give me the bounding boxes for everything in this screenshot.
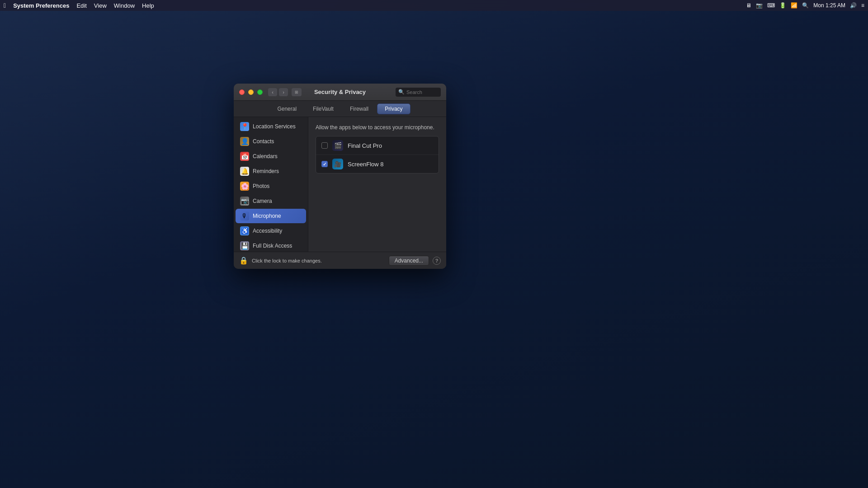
sidebar-label-photos: Photos	[253, 183, 269, 189]
menubar-menu-icon[interactable]: ≡	[861, 2, 864, 9]
menubar-keyboard-icon: ⌨	[767, 2, 775, 9]
tab-general[interactable]: General	[269, 103, 304, 114]
lock-icon: 🔒	[239, 256, 248, 265]
window-nav: ‹ › ⊞	[268, 88, 302, 96]
window-controls	[239, 89, 263, 95]
sidebar-item-contacts[interactable]: 👤 Contacts	[236, 134, 306, 149]
menubar-window[interactable]: Window	[114, 2, 135, 9]
full-disk-access-icon: 💾	[240, 241, 249, 250]
menubar-battery-icon: 🔋	[779, 2, 786, 9]
sidebar-item-accessibility[interactable]: ♿ Accessibility	[236, 224, 306, 238]
sidebar-label-contacts: Contacts	[253, 138, 274, 145]
sidebar-label-camera: Camera	[253, 198, 272, 204]
menubar-left:  System Preferences Edit View Window He…	[4, 2, 154, 9]
sidebar-label-microphone: Microphone	[253, 213, 281, 219]
apple-menu[interactable]: 	[4, 2, 6, 9]
tab-privacy[interactable]: Privacy	[377, 103, 410, 114]
menubar-app-name[interactable]: System Preferences	[13, 2, 69, 9]
bottom-bar: 🔒 Click the lock to make changes. Advanc…	[234, 252, 446, 269]
sidebar-item-microphone[interactable]: 🎙 Microphone	[236, 209, 306, 223]
main-content: Allow the apps below to access your micr…	[308, 117, 446, 252]
help-button[interactable]: ?	[433, 257, 441, 265]
screenflow-checkbox[interactable]	[321, 161, 328, 167]
tab-bar: General FileVault Firewall Privacy	[234, 101, 446, 117]
reminders-icon: 🔔	[240, 167, 249, 176]
accessibility-icon: ♿	[240, 226, 249, 235]
search-box[interactable]: 🔍	[396, 88, 441, 97]
sidebar-label-full-disk-access: Full Disk Access	[253, 243, 292, 249]
sidebar-label-accessibility: Accessibility	[253, 228, 282, 234]
finalcut-checkbox[interactable]	[321, 142, 328, 149]
menubar-volume-icon[interactable]: 🔊	[850, 2, 857, 9]
menubar-search-icon[interactable]: 🔍	[802, 2, 809, 9]
lock-area[interactable]: 🔒 Click the lock to make changes.	[239, 256, 322, 265]
sidebar-label-reminders: Reminders	[253, 168, 279, 174]
finalcut-icon: 🎬	[332, 140, 343, 151]
sidebar-label-location-services: Location Services	[253, 123, 296, 130]
maximize-button[interactable]	[257, 89, 263, 95]
microphone-icon: 🎙	[240, 211, 249, 221]
menubar-time: Mon 1:25 AM	[813, 2, 845, 9]
minimize-button[interactable]	[248, 89, 254, 95]
menubar-camera-icon: 📷	[756, 2, 763, 9]
screenflow-name: ScreenFlow 8	[348, 161, 383, 168]
sidebar-item-camera[interactable]: 📷 Camera	[236, 194, 306, 208]
screenflow-icon: 🎥	[332, 159, 343, 169]
sidebar-item-photos[interactable]: 🌸 Photos	[236, 179, 306, 193]
app-list: 🎬 Final Cut Pro 🎥 ScreenFlow 8	[316, 136, 439, 174]
close-button[interactable]	[239, 89, 245, 95]
calendars-icon: 📅	[240, 152, 249, 161]
bottom-right: Advanced... ?	[389, 256, 441, 266]
lock-text: Click the lock to make changes.	[252, 258, 322, 263]
sidebar: 📍 Location Services 👤 Contacts 📅 Calenda…	[234, 117, 308, 252]
menubar-help[interactable]: Help	[142, 2, 154, 9]
main-description: Allow the apps below to access your micr…	[316, 124, 439, 131]
menubar-monitor-icon: 🖥	[746, 2, 751, 9]
system-preferences-window: ‹ › ⊞ Security & Privacy 🔍 General FileV…	[234, 84, 446, 269]
sidebar-label-calendars: Calendars	[253, 153, 278, 160]
window-content: 📍 Location Services 👤 Contacts 📅 Calenda…	[234, 117, 446, 252]
menubar-right: 🖥 📷 ⌨ 🔋 📶 🔍 Mon 1:25 AM 🔊 ≡	[746, 2, 864, 9]
finalcut-name: Final Cut Pro	[348, 142, 382, 149]
back-button[interactable]: ‹	[268, 88, 277, 96]
menubar-edit[interactable]: Edit	[76, 2, 86, 9]
sidebar-item-calendars[interactable]: 📅 Calendars	[236, 149, 306, 164]
contacts-icon: 👤	[240, 137, 249, 146]
search-icon: 🔍	[398, 89, 405, 95]
menubar-wifi-icon: 📶	[791, 2, 797, 9]
forward-button[interactable]: ›	[279, 88, 288, 96]
window-titlebar: ‹ › ⊞ Security & Privacy 🔍	[234, 84, 446, 101]
sidebar-item-reminders[interactable]: 🔔 Reminders	[236, 164, 306, 178]
window-title: Security & Privacy	[314, 89, 366, 95]
advanced-button[interactable]: Advanced...	[389, 256, 429, 266]
location-services-icon: 📍	[240, 122, 249, 131]
tab-filevault[interactable]: FileVault	[305, 103, 341, 114]
tab-firewall[interactable]: Firewall	[342, 103, 376, 114]
app-list-item-screenflow[interactable]: 🎥 ScreenFlow 8	[316, 155, 439, 173]
sidebar-item-full-disk-access[interactable]: 💾 Full Disk Access	[236, 239, 306, 252]
app-list-item-finalcut[interactable]: 🎬 Final Cut Pro	[316, 136, 439, 155]
grid-button[interactable]: ⊞	[292, 88, 302, 96]
search-input[interactable]	[406, 89, 438, 95]
menubar-view[interactable]: View	[94, 2, 107, 9]
sidebar-item-location-services[interactable]: 📍 Location Services	[236, 119, 306, 134]
menubar:  System Preferences Edit View Window He…	[0, 0, 868, 11]
camera-icon: 📷	[240, 197, 249, 206]
photos-icon: 🌸	[240, 182, 249, 191]
